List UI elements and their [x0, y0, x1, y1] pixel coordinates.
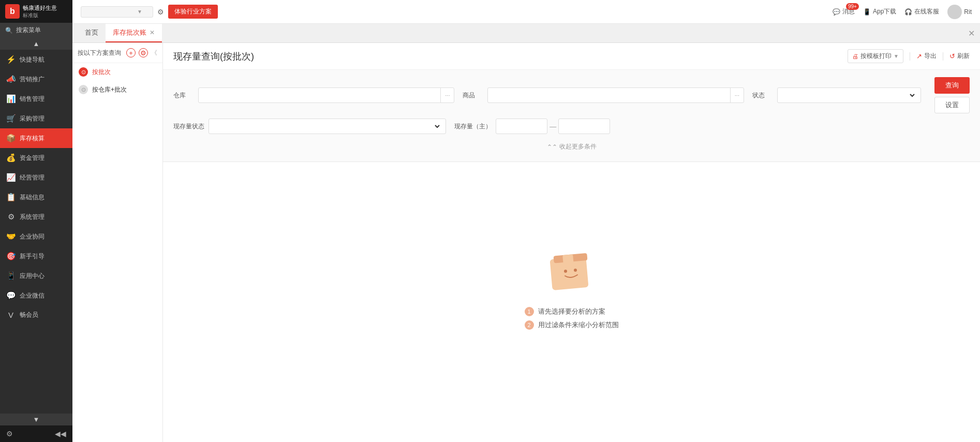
marketing-icon: 📣 — [6, 75, 16, 84]
filter-row-2: 现存量状态 现存量（主） — — [173, 119, 970, 134]
query-area: 现存量查询(按批次) 🖨 按模板打印 ▼ ↗ 导出 ↺ 刷 — [163, 43, 980, 442]
sidebar-item-guide[interactable]: 🎯 新手引导 — [0, 246, 72, 266]
status-select-input[interactable] — [782, 88, 916, 102]
qty-to-input[interactable] — [558, 119, 610, 134]
scheme-batch-label: 按批次 — [92, 68, 111, 77]
scheme-header: 按以下方案查询 + ⚙ 《 — [72, 43, 162, 63]
refresh-btn[interactable]: ↺ 刷新 — [949, 52, 970, 61]
chevron-down-icon: ▼ — [33, 416, 40, 423]
goods-field: 商品 ··· — [463, 87, 744, 103]
divider-2 — [943, 52, 943, 61]
app-center-icon: 📱 — [6, 271, 16, 281]
sidebar-item-operation[interactable]: 📈 经营管理 — [0, 168, 72, 187]
collapse-icon: ⌃⌃ — [547, 143, 557, 151]
purchase-icon: 🛒 — [6, 114, 16, 123]
scheme-settings-btn[interactable]: ⚙ — [139, 48, 148, 57]
warehouse-input[interactable] — [199, 92, 440, 99]
sidebar-scroll-up[interactable]: ▲ — [0, 38, 72, 50]
tab-close-btn[interactable]: ✕ — [150, 29, 155, 36]
hint-num-1: 1 — [525, 307, 534, 316]
filter-form: 仓库 ··· 商品 ··· 状态 — [163, 70, 980, 162]
hint-item-2: 2 用过滤条件来缩小分析范围 — [525, 320, 619, 330]
sidebar: b 畅康通好生意 标准版 🔍 搜索菜单 ▲ ⚡ 快捷导航 📣 营销推广 📊 销售… — [0, 0, 72, 442]
scheme-warehouse-batch-icon: ⊙ — [79, 85, 88, 94]
sidebar-footer: ⚙ ◀◀ — [0, 425, 72, 442]
print-template-btn[interactable]: 🖨 按模板打印 ▼ — [848, 49, 903, 63]
status-label: 状态 — [752, 91, 773, 100]
sidebar-item-enterprise[interactable]: 🤝 企业协同 — [0, 227, 72, 246]
warehouse-label: 仓库 — [173, 91, 194, 100]
sidebar-item-inventory[interactable]: 📦 库存核算 — [0, 128, 72, 148]
status-select[interactable] — [777, 87, 921, 103]
qty-from-input[interactable] — [496, 119, 547, 134]
sidebar-item-sales[interactable]: 📊 销售管理 — [0, 89, 72, 109]
collapse-sidebar-btn[interactable]: ◀◀ — [55, 430, 66, 438]
sidebar-item-basic[interactable]: 📋 基础信息 — [0, 187, 72, 207]
printer-icon: 🖨 — [852, 53, 858, 60]
svg-point-3 — [564, 270, 567, 273]
sidebar-item-member[interactable]: V 畅会员 — [0, 305, 72, 325]
sidebar-scroll-down[interactable]: ▼ — [0, 414, 72, 425]
sidebar-search[interactable]: 🔍 搜索菜单 — [0, 23, 72, 38]
svg-point-4 — [574, 269, 577, 272]
inventory-status-select-input[interactable] — [213, 119, 441, 134]
avatar — [947, 5, 962, 19]
query-submit-btn[interactable]: 查询 — [934, 77, 970, 94]
empty-svg — [543, 242, 600, 294]
sidebar-header: b 畅康通好生意 标准版 — [0, 0, 72, 23]
print-dropdown-arrow[interactable]: ▼ — [894, 53, 899, 59]
guide-icon: 🎯 — [6, 252, 16, 261]
weixin-icon: 💬 — [6, 291, 16, 300]
search-dropdown-arrow[interactable]: ▼ — [137, 9, 142, 14]
sidebar-item-finance[interactable]: 💰 资金管理 — [0, 148, 72, 168]
tab-home[interactable]: 首页 — [78, 24, 106, 42]
sidebar-item-system[interactable]: ⚙ 系统管理 — [0, 207, 72, 227]
goods-input[interactable] — [488, 92, 730, 99]
scheme-collapse-btn[interactable]: 《 — [151, 49, 157, 57]
basic-icon: 📋 — [6, 193, 16, 202]
scheme-add-btn[interactable]: + — [126, 48, 136, 57]
topbar-gear-icon[interactable]: ⚙ — [157, 8, 164, 16]
online-service-btn[interactable]: 🎧 在线客服 — [904, 7, 939, 16]
topbar-search-input[interactable] — [85, 8, 137, 16]
warehouse-input-wrapper: ··· — [198, 87, 454, 103]
scheme-item-warehouse-batch[interactable]: ⊙ 按仓库+批次 — [72, 81, 162, 98]
empty-state: 1 请先选择要分析的方案 2 用过滤条件来缩小分析范围 — [163, 162, 980, 442]
chevron-up-icon: ▲ — [33, 40, 40, 48]
goods-input-wrapper: ··· — [487, 87, 744, 103]
inventory-status-select[interactable] — [209, 119, 446, 134]
sidebar-item-weixin[interactable]: 💬 企业微信 — [0, 286, 72, 305]
empty-illustration — [541, 240, 603, 297]
scheme-warehouse-batch-label: 按仓库+批次 — [92, 85, 127, 94]
export-btn[interactable]: ↗ 导出 — [916, 52, 937, 61]
inventory-status-label: 现存量状态 — [173, 122, 204, 131]
query-title: 现存量查询(按批次) — [173, 50, 254, 63]
topbar-search-box[interactable]: ▼ — [81, 6, 153, 18]
qty-range: — — [496, 119, 727, 134]
member-icon: V — [6, 311, 16, 319]
trial-btn[interactable]: 体验行业方案 — [168, 5, 218, 19]
query-header: 现存量查询(按批次) 🖨 按模板打印 ▼ ↗ 导出 ↺ 刷 — [163, 43, 980, 70]
status-field: 状态 — [752, 87, 921, 103]
sidebar-item-app-center[interactable]: 📱 应用中心 — [0, 266, 72, 286]
sidebar-item-quick-nav[interactable]: ⚡ 快捷导航 — [0, 50, 72, 69]
query-header-actions: 🖨 按模板打印 ▼ ↗ 导出 ↺ 刷新 — [848, 49, 970, 63]
collapse-more-btn[interactable]: ⌃⌃ 收起更多条件 — [173, 139, 970, 154]
scheme-panel-title: 按以下方案查询 — [78, 49, 121, 57]
goods-more-btn[interactable]: ··· — [730, 88, 744, 102]
warehouse-field: 仓库 ··· — [173, 87, 454, 103]
scheme-item-batch[interactable]: ⊙ 按批次 — [72, 63, 162, 81]
user-profile-btn[interactable]: Rit — [947, 5, 972, 19]
app-download-btn[interactable]: 📱 App下载 — [863, 7, 896, 16]
tabs-bar: 首页 库存批次账 ✕ ✕ — [72, 24, 980, 43]
filter-actions: 查询 设置 — [934, 77, 970, 113]
sidebar-item-purchase[interactable]: 🛒 采购管理 — [0, 109, 72, 128]
warehouse-more-btn[interactable]: ··· — [440, 88, 454, 102]
sidebar-item-marketing[interactable]: 📣 营销推广 — [0, 69, 72, 89]
settings-btn[interactable]: ⚙ — [6, 430, 13, 438]
tab-inventory-batch[interactable]: 库存批次账 ✕ — [106, 24, 162, 42]
tabs-close-all-btn[interactable]: ✕ — [968, 28, 975, 38]
topbar-right: 💬 消息 99+ 📱 App下载 🎧 在线客服 Rit — [833, 5, 972, 19]
messages-btn[interactable]: 💬 消息 99+ — [833, 7, 855, 16]
query-settings-btn[interactable]: 设置 — [934, 97, 970, 113]
